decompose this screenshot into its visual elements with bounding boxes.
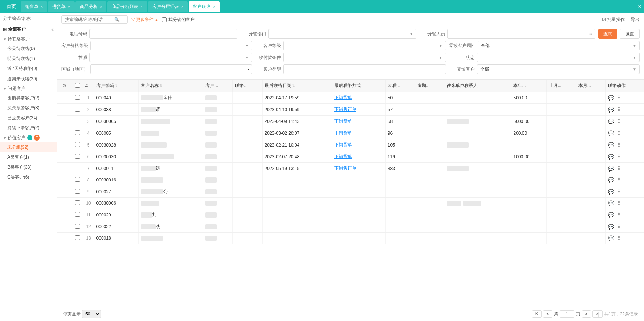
last-contact-way[interactable]	[332, 209, 385, 221]
close-tab-contact[interactable]: ×	[213, 4, 215, 9]
grid-action-icon[interactable]: ⠿	[617, 119, 621, 124]
grid-action-icon[interactable]: ⠿	[617, 177, 621, 183]
sidebar-item-churned[interactable]: 已流失客户(24)	[0, 113, 57, 123]
page-number-input[interactable]	[560, 310, 574, 318]
close-tab-purchase[interactable]: ×	[68, 4, 70, 9]
message-icon[interactable]: 💬	[608, 224, 614, 230]
sidebar-item-b-class[interactable]: B类客户(33)	[0, 162, 57, 172]
retail-attr-select[interactable]: 全部 ▼	[478, 41, 640, 50]
customer-name[interactable]	[138, 127, 203, 139]
last-contact-way[interactable]: 下销货单	[332, 151, 385, 163]
customer-name[interactable]: 淡淡	[138, 221, 203, 233]
search-icon[interactable]: 🔍	[114, 17, 120, 22]
grid-action-icon[interactable]: ⠿	[617, 154, 621, 160]
row-checkbox-cell[interactable]	[72, 151, 83, 163]
sidebar-item-hoarding[interactable]: 囤购异常客户(2)	[0, 93, 57, 103]
row-checkbox-cell[interactable]	[72, 209, 83, 221]
row-checkbox-cell[interactable]	[72, 198, 83, 209]
col-header-code[interactable]: 客户编码⇅	[94, 80, 138, 92]
more-conditions-btn[interactable]: ▽ 更多条件 ▲	[131, 17, 158, 23]
close-tab-product-analysis[interactable]: ×	[100, 4, 102, 9]
customer-name[interactable]: 公公	[138, 186, 203, 198]
settings-column-header[interactable]: ⚙	[57, 80, 72, 92]
last-contact-way[interactable]	[332, 221, 385, 233]
col-header-name[interactable]: 客户名称⇅	[138, 80, 203, 92]
price-grade-select[interactable]: ▼	[90, 41, 252, 50]
close-tab-product-list[interactable]: ×	[140, 4, 142, 9]
customer-name[interactable]	[138, 198, 203, 209]
grid-action-icon[interactable]: ⠿	[617, 166, 621, 172]
grid-action-icon[interactable]: ⠿	[617, 212, 621, 218]
property-select[interactable]: ▼	[89, 53, 252, 62]
customer-name[interactable]	[138, 233, 203, 244]
last-contact-way[interactable]	[332, 233, 385, 244]
col-header-last-date[interactable]: 最后联络日期⇅	[262, 80, 332, 92]
grid-action-icon[interactable]: ⠿	[617, 107, 621, 113]
page-size-select[interactable]: 50 20 100	[82, 310, 101, 318]
last-contact-way[interactable]: 下销售订单	[332, 104, 385, 116]
row-checkbox-cell[interactable]	[72, 163, 83, 174]
customer-name[interactable]	[138, 151, 203, 163]
last-contact-way[interactable]: 下销货单	[332, 92, 385, 104]
message-icon[interactable]: 💬	[608, 154, 614, 160]
sidebar-item-ungrp[interactable]: 未分组(32)	[0, 142, 57, 152]
row-checkbox[interactable]	[75, 189, 80, 194]
first-page-btn[interactable]: K	[532, 310, 542, 318]
sidebar-item-7days[interactable]: 近7天待联络(0)	[0, 64, 57, 74]
search-input[interactable]	[65, 17, 113, 22]
message-icon[interactable]: 💬	[608, 95, 614, 101]
row-checkbox[interactable]	[75, 142, 80, 147]
row-checkbox-cell[interactable]	[72, 104, 83, 116]
customer-name[interactable]	[138, 139, 203, 151]
grid-action-icon[interactable]: ⠿	[617, 200, 621, 206]
customer-name[interactable]	[138, 116, 203, 127]
reset-btn[interactable]: 设置	[620, 29, 640, 39]
row-checkbox[interactable]	[75, 107, 80, 112]
row-checkbox-cell[interactable]	[72, 139, 83, 151]
row-checkbox[interactable]	[75, 95, 80, 100]
row-checkbox-cell[interactable]	[72, 116, 83, 127]
last-page-btn[interactable]: >|	[592, 310, 603, 318]
sidebar-item-c-class[interactable]: C类客户(6)	[0, 172, 57, 182]
sidebar-item-today[interactable]: 今天待联络(0)	[0, 44, 57, 54]
last-contact-way[interactable]: 下销货单	[332, 127, 385, 139]
row-checkbox[interactable]	[75, 166, 80, 170]
tab-customer-contact[interactable]: 客户联络 ×	[189, 1, 219, 12]
message-icon[interactable]: 💬	[608, 189, 614, 195]
last-contact-way[interactable]	[332, 186, 385, 198]
payment-select[interactable]: ▼	[283, 53, 446, 62]
grid-action-icon[interactable]: ⠿	[617, 224, 621, 230]
row-checkbox-cell[interactable]	[72, 174, 83, 186]
settings-gear-icon[interactable]: ⚙	[62, 83, 66, 88]
message-icon[interactable]: 💬	[608, 119, 614, 124]
retail-customer-select[interactable]: 全部 ▼	[477, 64, 640, 74]
row-checkbox-cell[interactable]	[72, 186, 83, 198]
customer-name[interactable]: 亲什亲什	[138, 92, 203, 104]
row-checkbox-cell[interactable]	[72, 127, 83, 139]
row-checkbox[interactable]	[75, 154, 80, 159]
customer-grade-select[interactable]: ▼	[283, 41, 446, 50]
sidebar-item-declining[interactable]: 持续下滑客户(2)	[0, 123, 57, 133]
status-select[interactable]: ▼	[477, 53, 640, 62]
row-checkbox[interactable]	[75, 130, 80, 135]
customer-name[interactable]: 请请	[138, 104, 203, 116]
row-checkbox-cell[interactable]	[72, 221, 83, 233]
row-checkbox[interactable]	[75, 235, 80, 240]
row-checkbox-cell[interactable]	[72, 233, 83, 244]
sidebar-group-pending[interactable]: ▼ 待联络客户	[0, 35, 57, 44]
dept-select[interactable]: ▼	[268, 29, 416, 39]
next-page-btn[interactable]: >	[582, 310, 591, 318]
sidebar-item-a-class[interactable]: A类客户(1)	[0, 152, 57, 162]
customer-name[interactable]: 远远	[138, 163, 203, 174]
grid-action-icon[interactable]: ⠿	[617, 130, 621, 136]
cust-type-select[interactable]	[283, 64, 446, 74]
last-contact-way[interactable]	[332, 198, 385, 209]
select-all-header[interactable]	[72, 80, 83, 92]
sidebar-item-tomorrow[interactable]: 明天待联络(1)	[0, 54, 57, 64]
grid-action-icon[interactable]: ⠿	[617, 189, 621, 195]
row-checkbox[interactable]	[75, 224, 80, 229]
row-checkbox-cell[interactable]	[72, 92, 83, 104]
close-tab-tier[interactable]: ×	[181, 4, 183, 9]
message-icon[interactable]: 💬	[608, 142, 614, 148]
query-btn[interactable]: 查询	[598, 29, 617, 39]
